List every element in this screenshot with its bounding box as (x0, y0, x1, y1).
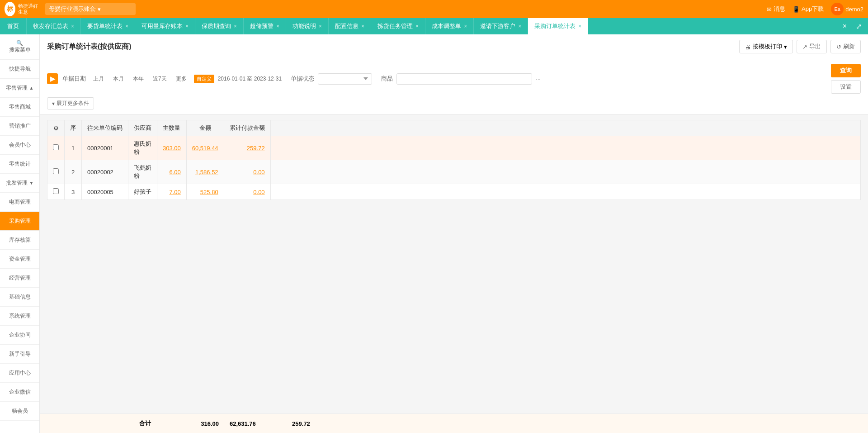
tab-config-info-label: 配置信息 (335, 22, 359, 30)
tab-config-info[interactable]: 配置信息 × (329, 18, 371, 34)
sidebar-item-retail-mgmt[interactable]: 零售管理 ▲ (0, 79, 39, 98)
row-check-2[interactable] (47, 160, 65, 184)
tab-cost-adjust[interactable]: 成本调整单 × (425, 18, 474, 34)
tab-home[interactable]: 首页 (0, 18, 27, 34)
message-icon: ✉ (767, 6, 772, 13)
row-paid-3[interactable]: 0.00 (224, 184, 270, 200)
close-icon[interactable]: × (319, 23, 322, 29)
sidebar-item-search[interactable]: 🔍 搜索菜单 (0, 34, 39, 60)
close-icon[interactable]: × (125, 23, 128, 29)
app-download-button[interactable]: 📱 App下载 (793, 5, 824, 13)
chevron-down-icon: ▼ (29, 181, 34, 186)
user-area[interactable]: Ea demo2 (831, 3, 863, 15)
row-unit-code-3: 00020005 (82, 184, 128, 200)
row-supplier-3: 好孩子 (128, 184, 157, 200)
table-row: 3 00020005 好孩子 7.00 525.80 0.00 (47, 184, 861, 200)
sidebar-item-enterprise-wechat[interactable]: 企业微信 (0, 383, 39, 402)
settings-button[interactable]: 设置 (831, 80, 861, 94)
workspace-selector[interactable]: 母婴行业演示账套 ▾ (45, 3, 136, 15)
expand-more-row: ▾ 展开更多条件 (47, 97, 861, 109)
tab-receive-summary[interactable]: 收发存汇总表 × (27, 18, 81, 34)
sidebar-item-ops-mgmt[interactable]: 经营管理 (0, 269, 39, 288)
row-paid-1[interactable]: 259.72 (224, 136, 270, 160)
sidebar-item-finance-mgmt[interactable]: 资金管理 (0, 250, 39, 269)
collapse-filter-button[interactable]: ▶ (47, 73, 58, 84)
row-paid-2[interactable]: 0.00 (224, 160, 270, 184)
sidebar-item-marketing[interactable]: 营销推广 (0, 117, 39, 136)
filter-area: ▶ 单据日期 上月 本月 本年 近7天 更多 自定义 2016-01-01 至 … (40, 59, 868, 114)
sidebar-item-retail-mall[interactable]: 零售商城 (0, 98, 39, 117)
row-check-3[interactable] (47, 184, 65, 200)
close-icon[interactable]: × (185, 23, 189, 29)
sidebar-item-ecom-mgmt[interactable]: 电商管理 (0, 193, 39, 212)
export-button[interactable]: ↗ 导出 (797, 40, 827, 53)
close-icon[interactable]: × (276, 23, 279, 29)
chevron-down-icon: ▾ (52, 100, 55, 107)
message-button[interactable]: ✉ 消息 (767, 5, 785, 13)
goods-filter-label: 商品 (381, 75, 393, 83)
shortcut-this-year[interactable]: 本年 (129, 74, 147, 84)
sidebar-item-member-center[interactable]: 会员中心 (0, 136, 39, 155)
print-button[interactable]: 🖨 按模板打印 ▾ (739, 40, 793, 53)
row-amount-2[interactable]: 1,586.52 (186, 160, 224, 184)
goods-input[interactable] (396, 73, 532, 85)
print-label: 按模板打印 (753, 43, 782, 51)
expand-more-button[interactable]: ▾ 展开更多条件 (47, 97, 94, 109)
close-icon[interactable]: × (578, 23, 581, 29)
sidebar-item-inventory-check[interactable]: 库存核算 (0, 231, 39, 250)
tab-pickup-task[interactable]: 拣货任务管理 × (371, 18, 425, 34)
th-settings[interactable]: ⚙ (47, 120, 65, 136)
status-select[interactable] (318, 73, 372, 85)
page-header-right: 🖨 按模板打印 ▾ ↗ 导出 ↺ 刷新 (739, 40, 861, 53)
shortcut-more[interactable]: 更多 (172, 74, 190, 84)
checkbox[interactable] (53, 144, 59, 150)
tab-overstock-warning[interactable]: 超储预警 × (244, 18, 286, 34)
row-main-qty-2[interactable]: 6.00 (157, 160, 187, 184)
tab-invite-downstream[interactable]: 邀请下游客户 × (474, 18, 528, 34)
checkbox[interactable] (53, 188, 59, 194)
close-icon[interactable]: × (71, 23, 74, 29)
shortcut-last-month[interactable]: 上月 (90, 74, 108, 84)
app-icon: 📱 (793, 6, 800, 13)
sidebar-item-app-center[interactable]: 应用中心 (0, 364, 39, 383)
row-extra-1 (270, 136, 860, 160)
row-check-1[interactable] (47, 136, 65, 160)
close-icon[interactable]: × (518, 23, 521, 29)
sidebar-item-retail-stats[interactable]: 零售统计 (0, 155, 39, 174)
date-range-display: 2016-01-01 至 2023-12-31 (218, 75, 282, 83)
row-unit-code-1: 00020001 (82, 136, 128, 160)
close-icon[interactable]: × (415, 23, 419, 29)
logo: 标 畅捷通好生意 (5, 2, 41, 16)
shortcut-7days[interactable]: 近7天 (149, 74, 170, 84)
row-amount-1[interactable]: 60,519.44 (186, 136, 224, 160)
tab-goods-summary[interactable]: 要货单统计表 × (81, 18, 135, 34)
minimize-button[interactable]: × (840, 21, 849, 31)
row-amount-3[interactable]: 525.80 (186, 184, 224, 200)
refresh-button[interactable]: ↺ 刷新 (830, 40, 861, 53)
goods-more-icon[interactable]: ··· (536, 76, 541, 82)
tab-function-desc[interactable]: 功能说明 × (286, 18, 329, 34)
tab-purchase-summary[interactable]: 采购订单统计表 × (528, 18, 588, 34)
sidebar-item-purchase-mgmt[interactable]: 采购管理 (0, 212, 39, 231)
checkbox[interactable] (53, 168, 59, 174)
row-extra-3 (270, 184, 860, 200)
shortcut-this-month[interactable]: 本月 (109, 74, 127, 84)
sidebar-item-quick-nav[interactable]: 快捷导航 (0, 60, 39, 79)
footer-unit-code-spacer (80, 421, 134, 426)
row-main-qty-3[interactable]: 7.00 (157, 184, 187, 200)
query-button[interactable]: 查询 (831, 64, 861, 77)
row-main-qty-1[interactable]: 303.00 (157, 136, 187, 160)
row-unit-code-2: 00020002 (82, 160, 128, 184)
sidebar-item-wholesale-mgmt[interactable]: 批发管理 ▼ (0, 174, 39, 193)
close-icon[interactable]: × (464, 23, 467, 29)
tab-available-inventory[interactable]: 可用量库存账本 × (135, 18, 195, 34)
sidebar-item-system-mgmt[interactable]: 系统管理 (0, 307, 39, 326)
sidebar-item-enterprise-coop[interactable]: 企业协同 (0, 326, 39, 345)
close-icon[interactable]: × (361, 23, 364, 29)
close-icon[interactable]: × (234, 23, 237, 29)
sidebar-item-vip-member[interactable]: 畅会员 (0, 402, 39, 421)
sidebar-item-basic-info[interactable]: 基础信息 (0, 288, 39, 307)
tab-shelf-life[interactable]: 保质期查询 × (195, 18, 244, 34)
sidebar-item-new-guide[interactable]: 新手引导 (0, 345, 39, 364)
maximize-button[interactable]: ⤢ (853, 21, 864, 32)
